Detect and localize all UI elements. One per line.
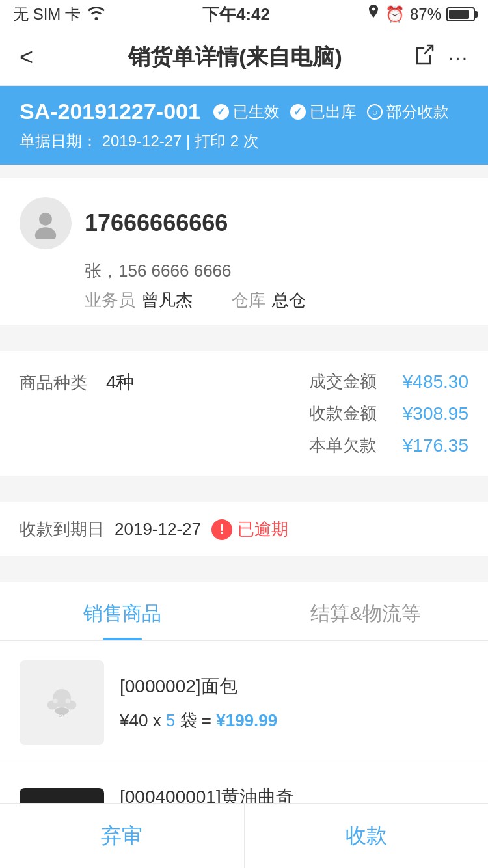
divider-3 — [0, 556, 488, 569]
overdue-tag: ! 已逾期 — [211, 518, 288, 541]
warehouse-info: 仓库 总仓 — [232, 289, 306, 312]
back-button[interactable]: < — [20, 44, 59, 71]
battery-icon — [446, 7, 475, 21]
product-total-1: ¥199.99 — [216, 711, 277, 730]
deal-amount-row: 成交金额 ¥485.30 — [309, 370, 468, 393]
collect-payment-button[interactable]: 收款 — [245, 804, 489, 868]
status-right: ⏰ 87% — [367, 5, 475, 24]
status-bar: 无 SIM 卡 下午4:42 ⏰ 87% — [0, 0, 488, 29]
sales-name: 曾凡杰 — [142, 289, 193, 312]
stats-section: 商品种类 4种 成交金额 ¥485.30 收款金额 ¥308.95 本单欠款 ¥… — [0, 351, 488, 476]
product-item: B+ [0000002]面包 ¥40 x 5 袋 = ¥199.99 — [0, 641, 488, 765]
customer-section: 17666666666 张，156 6666 6666 业务员 曾凡杰 仓库 总… — [0, 178, 488, 325]
deal-amount-value: ¥485.30 — [403, 372, 468, 392]
status-tags: ✓ 已生效 ✓ 已出库 ○ 部分收款 — [213, 102, 449, 122]
svg-text:B+: B+ — [59, 712, 66, 718]
status-time: 下午4:42 — [202, 3, 270, 26]
overdue-icon: ! — [211, 519, 232, 540]
battery-percentage: 87% — [410, 5, 441, 23]
svg-point-7 — [66, 699, 70, 703]
order-id: SA-20191227-001 — [20, 99, 200, 124]
status-shipped: ✓ 已出库 — [290, 102, 357, 122]
tab-settlement-logistics[interactable]: 结算&物流等 — [244, 582, 488, 640]
divider-1 — [0, 325, 488, 338]
product-price-1: ¥40 x 5 袋 = ¥199.99 — [120, 709, 468, 732]
product-thumb-1: B+ — [20, 660, 104, 745]
alarm-icon: ⏰ — [385, 5, 405, 23]
check-icon-1: ✓ — [213, 104, 229, 120]
share-button[interactable] — [412, 43, 435, 71]
warehouse-label: 仓库 — [232, 289, 265, 312]
owed-label: 本单欠款 — [309, 434, 377, 457]
product-name-1: [0000002]面包 — [120, 674, 468, 699]
overdue-text: 已逾期 — [237, 518, 288, 541]
location-icon — [367, 5, 380, 24]
status-effective: ✓ 已生效 — [213, 102, 280, 122]
carrier-text: 无 SIM 卡 — [13, 4, 81, 25]
owed-value: ¥176.35 — [403, 435, 468, 456]
stats-right: 成交金额 ¥485.30 收款金额 ¥308.95 本单欠款 ¥176.35 — [309, 370, 468, 457]
svg-point-1 — [35, 227, 57, 239]
check-icon-2: ✓ — [290, 104, 306, 120]
svg-point-6 — [53, 699, 58, 703]
order-date-info: 单据日期： 2019-12-27 | 打印 2 次 — [20, 131, 468, 152]
status-left: 无 SIM 卡 — [13, 4, 105, 25]
sales-label: 业务员 — [85, 289, 135, 312]
due-section: 收款到期日 2019-12-27 ! 已逾期 — [0, 502, 488, 556]
customer-avatar — [20, 197, 72, 249]
tab-sales-products[interactable]: 销售商品 — [0, 582, 244, 640]
order-header: SA-20191227-001 ✓ 已生效 ✓ 已出库 ○ 部分收款 单据日期：… — [0, 86, 488, 165]
category-count: 4种 — [106, 372, 135, 392]
received-label: 收款金额 — [309, 402, 377, 425]
cancel-review-button[interactable]: 弃审 — [0, 804, 245, 868]
owed-row: 本单欠款 ¥176.35 — [309, 434, 468, 457]
customer-meta: 业务员 曾凡杰 仓库 总仓 — [20, 289, 468, 312]
nav-bar: < 销货单详情(来自电脑) ··· — [0, 29, 488, 86]
received-row: 收款金额 ¥308.95 — [309, 402, 468, 425]
svg-point-0 — [39, 213, 52, 226]
product-info-1: [0000002]面包 ¥40 x 5 袋 = ¥199.99 — [120, 674, 468, 732]
more-button[interactable]: ··· — [448, 46, 468, 68]
due-date: 2019-12-27 — [115, 519, 201, 539]
customer-name-phone: 张，156 6666 6666 — [20, 260, 468, 282]
status-partial: ○ 部分收款 — [367, 102, 449, 122]
category-label: 商品种类 — [20, 373, 87, 392]
customer-id: 17666666666 — [85, 210, 228, 237]
page-title: 销货单详情(来自电脑) — [59, 42, 412, 72]
stats-left: 商品种类 4种 — [20, 370, 134, 395]
clock-icon: ○ — [367, 104, 383, 120]
tabs-section: 销售商品 结算&物流等 — [0, 582, 488, 641]
received-value: ¥308.95 — [403, 403, 468, 424]
sales-info: 业务员 曾凡杰 — [85, 289, 193, 312]
wifi-icon — [87, 5, 105, 23]
bottom-bar: 弃审 收款 — [0, 803, 488, 868]
due-label: 收款到期日 — [20, 518, 104, 541]
warehouse-name: 总仓 — [272, 289, 306, 312]
deal-amount-label: 成交金额 — [309, 370, 377, 393]
product-qty-1: 5 — [166, 711, 175, 730]
nav-actions: ··· — [412, 43, 468, 71]
divider-2 — [0, 476, 488, 489]
